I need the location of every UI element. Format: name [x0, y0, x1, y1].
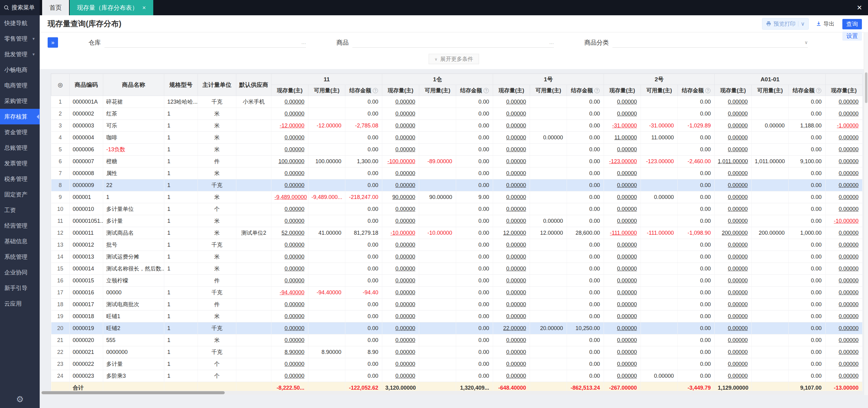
- stock-qty-link[interactable]: 0.00000: [284, 313, 304, 319]
- column-header[interactable]: 现存量(主): [715, 85, 752, 96]
- sidebar-item[interactable]: 总账管理: [0, 140, 40, 155]
- table-row[interactable]: 20000002红茶1米0.000000.000.000000.000.0000…: [51, 108, 863, 120]
- column-header[interactable]: 结存金额?: [567, 85, 604, 96]
- column-header[interactable]: 主计量单位: [198, 74, 236, 96]
- stock-qty-link[interactable]: 0.00000: [284, 254, 304, 260]
- stock-qty-link[interactable]: 0.00000: [506, 289, 526, 295]
- sidebar-item[interactable]: 新手引导: [0, 280, 40, 296]
- stock-qty-link[interactable]: 0.00000: [395, 218, 415, 224]
- stock-qty-link[interactable]: 0.00000: [395, 325, 415, 331]
- stock-qty-link[interactable]: 0.00000: [617, 278, 637, 284]
- stock-qty-link[interactable]: 0.00000: [728, 337, 748, 343]
- column-header[interactable]: 可用量(主): [641, 85, 678, 96]
- stock-qty-link[interactable]: -10.00000: [391, 230, 415, 236]
- table-row[interactable]: 140000013测试运费分摊1米0.000000.000.000000.000…: [51, 251, 863, 263]
- stock-qty-link[interactable]: 0.00000: [839, 170, 859, 176]
- sidebar-item[interactable]: 固定资产: [0, 187, 40, 202]
- stock-qty-link[interactable]: 0.00000: [617, 182, 637, 188]
- stock-qty-link[interactable]: 0.00000: [728, 146, 748, 152]
- sidebar-item[interactable]: 采购管理: [0, 93, 40, 109]
- stock-qty-link[interactable]: 0.00000: [839, 254, 859, 260]
- vertical-scroll-thumb[interactable]: [865, 72, 867, 103]
- stock-qty-link[interactable]: 0.00000: [506, 301, 526, 308]
- stock-qty-link[interactable]: 0.00000: [728, 266, 748, 272]
- table-row[interactable]: 180000017测试电商批次1件0.000000.000.000000.000…: [51, 299, 863, 311]
- help-icon[interactable]: ?: [705, 88, 710, 93]
- stock-qty-link[interactable]: 0.00000: [284, 135, 304, 141]
- print-preview-button[interactable]: 预览打印 ∨: [762, 18, 809, 30]
- settings-gear-icon[interactable]: ⚙: [0, 394, 40, 404]
- table-row[interactable]: 80000009221千克0.000000.000.000000.000.000…: [51, 179, 863, 191]
- stock-qty-link[interactable]: 0.00000: [839, 230, 859, 236]
- stock-qty-link[interactable]: 0.00000: [395, 111, 415, 117]
- stock-qty-link[interactable]: 0.00000: [395, 313, 415, 319]
- stock-qty-link[interactable]: 0.00000: [395, 135, 415, 141]
- stock-qty-link[interactable]: 0.00000: [839, 373, 859, 379]
- stock-qty-link[interactable]: 0.00000: [839, 158, 859, 165]
- warehouse-input[interactable]: ...: [104, 37, 306, 48]
- sidebar-item[interactable]: 企业协同: [0, 265, 40, 280]
- stock-qty-link[interactable]: 0.00000: [395, 278, 415, 284]
- stock-qty-link[interactable]: 0.00000: [839, 242, 859, 248]
- stock-qty-link[interactable]: 11.00000: [614, 135, 637, 141]
- sidebar-item[interactable]: 发票管理: [0, 155, 40, 171]
- stock-qty-link[interactable]: 0.00000: [728, 325, 748, 331]
- table-row[interactable]: 900000111米-9,489.00000-9,489.000...-218,…: [51, 191, 863, 203]
- stock-qty-link[interactable]: 0.00000: [728, 361, 748, 367]
- column-header[interactable]: 结存金额?: [788, 85, 826, 96]
- stock-qty-link[interactable]: 0.00000: [506, 182, 526, 188]
- stock-qty-link[interactable]: 0.00000: [728, 218, 748, 224]
- column-header[interactable]: ◎: [51, 74, 70, 96]
- stock-qty-link[interactable]: -9,489.00000: [275, 194, 307, 200]
- stock-qty-link[interactable]: 0.00000: [728, 278, 748, 284]
- stock-qty-link[interactable]: 0.00000: [395, 266, 415, 272]
- stock-qty-link[interactable]: 0.00000: [284, 337, 304, 343]
- stock-qty-link[interactable]: 0.00000: [617, 254, 637, 260]
- category-select[interactable]: ∨: [613, 37, 808, 48]
- stock-qty-link[interactable]: 0.00000: [506, 373, 526, 379]
- vertical-scrollbar[interactable]: [864, 33, 868, 395]
- sidebar-item[interactable]: 资金管理: [0, 124, 40, 140]
- stock-qty-link[interactable]: -123.00000: [609, 158, 637, 165]
- sidebar-item[interactable]: 库存核算: [0, 109, 40, 124]
- table-row[interactable]: 10000001A碎花裙123哈哈哈...千克小米手机0.000000.000.…: [51, 96, 863, 108]
- stock-qty-link[interactable]: 0.00000: [617, 313, 637, 319]
- stock-qty-link[interactable]: 0.00000: [506, 254, 526, 260]
- stock-qty-link[interactable]: 0.00000: [617, 111, 637, 117]
- stock-qty-link[interactable]: 0.00000: [728, 122, 748, 129]
- stock-qty-link[interactable]: 0.00000: [395, 301, 415, 308]
- stock-qty-link[interactable]: 0.00000: [284, 206, 304, 212]
- stock-qty-link[interactable]: 0.00000: [617, 194, 637, 200]
- column-header[interactable]: 现存量(主): [493, 85, 530, 96]
- stock-qty-link[interactable]: -12.00000: [280, 122, 304, 129]
- stock-qty-link[interactable]: 0.00000: [617, 349, 637, 355]
- table-row[interactable]: 230000022多计量1个0.000000.000.000000.000.00…: [51, 358, 863, 370]
- stock-qty-link[interactable]: 8.90000: [284, 349, 304, 355]
- stock-qty-link[interactable]: 0.00000: [728, 99, 748, 105]
- stock-qty-link[interactable]: 0.00000: [728, 111, 748, 117]
- stock-qty-link[interactable]: 0.00000: [395, 99, 415, 105]
- stock-qty-link[interactable]: -31.00000: [612, 122, 637, 129]
- stock-qty-link[interactable]: 0.00000: [506, 278, 526, 284]
- stock-qty-link[interactable]: 0.00000: [728, 206, 748, 212]
- table-row[interactable]: 190000018旺铺11米0.000000.000.000000.000.00…: [51, 311, 863, 322]
- stock-qty-link[interactable]: 0.00000: [506, 242, 526, 248]
- stock-qty-link[interactable]: 0.00000: [506, 99, 526, 105]
- tab-close-icon[interactable]: ×: [142, 4, 146, 11]
- column-header[interactable]: 默认供应商: [236, 74, 272, 96]
- stock-qty-link[interactable]: 0.00000: [506, 158, 526, 165]
- sidebar-item[interactable]: 税务管理: [0, 171, 40, 187]
- stock-qty-link[interactable]: 22.00000: [503, 325, 526, 331]
- stock-qty-link[interactable]: 0.00000: [728, 349, 748, 355]
- stock-qty-link[interactable]: 0.00000: [617, 242, 637, 248]
- table-row[interactable]: 200000019旺铺21千克0.000000.000.000000.0022.…: [51, 322, 863, 334]
- stock-qty-link[interactable]: 0.00000: [506, 218, 526, 224]
- stock-qty-link[interactable]: 0.00000: [506, 206, 526, 212]
- stock-qty-link[interactable]: 0.00000: [728, 135, 748, 141]
- sidebar-item[interactable]: 小畅电商: [0, 62, 40, 78]
- column-header[interactable]: 现存量(主): [826, 85, 863, 96]
- column-header[interactable]: 商品名称: [103, 74, 164, 96]
- window-close-icon[interactable]: ×: [851, 0, 868, 15]
- horizontal-scroll-thumb[interactable]: [41, 391, 225, 394]
- stock-qty-link[interactable]: 0.00000: [284, 218, 304, 224]
